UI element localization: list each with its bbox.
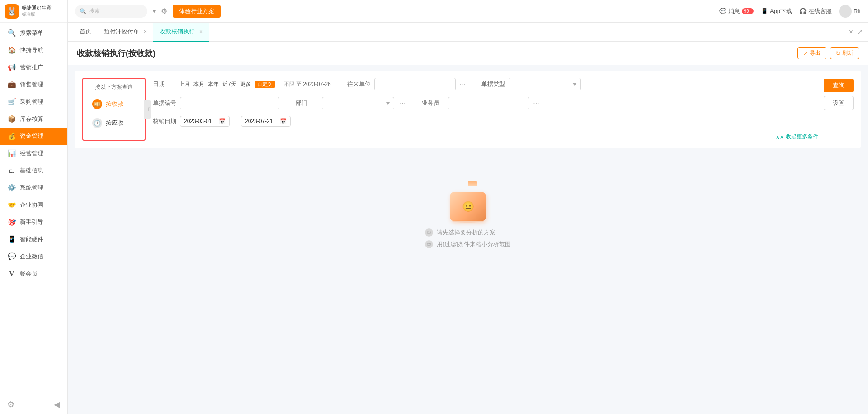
dept-select[interactable] [322, 97, 394, 109]
voucher-no-input[interactable] [180, 97, 279, 109]
voucher-type-field: 单据类型 [481, 78, 581, 90]
sidebar-label-inventory: 库存核算 [20, 115, 43, 123]
sidebar-item-purchase[interactable]: 🛒 采购管理 [0, 93, 67, 110]
app-name: 畅捷通好生意 [22, 5, 52, 11]
sidebar-item-finance[interactable]: 💰 资金管理 [0, 128, 67, 145]
tab-expand-btn[interactable]: ⤢ [857, 28, 863, 36]
more-conditions-row: ∧∧ 收起更多条件 [153, 133, 818, 141]
verify-date-label: 核销日期 [153, 117, 176, 125]
collapse-icon: 《 [145, 106, 150, 113]
user-area[interactable]: Rit [839, 5, 861, 18]
basic-icon: 🗂 [7, 167, 16, 175]
topbar-search-placeholder: 搜索 [89, 7, 100, 15]
date-more[interactable]: 更多 [240, 81, 251, 88]
sidebar-label-wechat: 企业微信 [20, 252, 43, 261]
filter-form-area: 日期 上月 本月 本年 近7天 更多 自定义 不限 [153, 78, 854, 141]
message-icon: 💬 [719, 8, 726, 14]
topbar-search-box[interactable]: 🔍 搜索 [75, 5, 147, 18]
verify-date-end-input[interactable]: 2023-07-21 📅 [241, 116, 291, 127]
empty-hint-1: ① 请先选择要分析的方案 [425, 228, 510, 237]
wechat-icon: 💬 [7, 252, 16, 261]
logo-area: 🐰 畅捷通好生意 标准版 [0, 0, 67, 23]
sidebar-settings-icon[interactable]: ⚙ [7, 400, 14, 409]
app-download-btn[interactable]: 📱 App下载 [761, 7, 792, 15]
sidebar-item-hardware[interactable]: 📱 智能硬件 [0, 231, 67, 248]
topbar-right: 💬 消息 99+ 📱 App下载 🎧 在线客服 Rit [719, 5, 861, 18]
tab-home[interactable]: 首页 [73, 23, 98, 42]
date-this-month[interactable]: 本月 [193, 81, 204, 88]
sidebar-item-system[interactable]: ⚙️ 系统管理 [0, 179, 67, 196]
sidebar-item-guide[interactable]: 🎯 新手引导 [0, 214, 67, 231]
logo-icon: 🐰 [5, 4, 19, 19]
page-content: 收款核销执行(按收款) ↗ 导出 ↻ 刷新 按以下方案查询 💴 按收款 [68, 42, 868, 414]
staff-dots[interactable]: ··· [533, 99, 539, 107]
sidebar-item-marketing[interactable]: 📢 营销推广 [0, 59, 67, 76]
member-icon: V [7, 270, 16, 278]
filter-option-receipt[interactable]: 💴 按收款 [88, 95, 140, 113]
topbar-gear-icon[interactable]: ⚙ [161, 7, 167, 15]
inventory-icon: 📦 [7, 115, 16, 123]
date-last-month[interactable]: 上月 [179, 81, 190, 88]
corp-icon: 🤝 [7, 201, 16, 209]
app-tag: 标准版 [22, 11, 52, 18]
sidebar-item-corp[interactable]: 🤝 企业协同 [0, 196, 67, 214]
filter-collapse-btn[interactable]: 《 [144, 100, 151, 119]
date-field: 日期 上月 本月 本年 近7天 更多 自定义 [153, 80, 275, 88]
sidebar-item-search-menu[interactable]: 🔍 搜索菜单 [0, 24, 67, 42]
tab-prepay-label: 预付冲应付单 [104, 28, 139, 36]
sidebar-label-member: 畅会员 [20, 270, 38, 278]
refresh-btn[interactable]: ↻ 刷新 [830, 47, 859, 59]
filter-row-2: 单据编号 部门 ··· 业务员 [153, 97, 818, 109]
topbar-chevron-icon[interactable]: ▾ [153, 8, 156, 14]
more-conditions-btn[interactable]: ∧∧ 收起更多条件 [776, 133, 818, 141]
sidebar-label-marketing: 营销推广 [20, 63, 43, 71]
partner-dots[interactable]: ··· [459, 80, 465, 88]
tab-collection-label: 收款核销执行 [160, 28, 195, 36]
home-icon: 🏠 [7, 46, 16, 54]
purchase-icon: 🛒 [7, 98, 16, 106]
sidebar-label-hardware: 智能硬件 [20, 235, 43, 243]
filter-option-receivable[interactable]: 🕐 按应收 [88, 114, 140, 132]
sidebar-label-search-menu: 搜索菜单 [20, 29, 43, 37]
sidebar-item-basic[interactable]: 🗂 基础信息 [0, 162, 67, 179]
online-service-btn[interactable]: 🎧 在线客服 [799, 7, 832, 15]
tab-prepay-close[interactable]: × [144, 29, 147, 35]
system-icon: ⚙️ [7, 184, 16, 192]
industry-btn[interactable]: 体验行业方案 [173, 5, 221, 18]
partner-input[interactable] [374, 78, 456, 90]
tab-prepay[interactable]: 预付冲应付单 × [98, 23, 153, 42]
sidebar-collapse-icon[interactable]: ◀ [54, 400, 60, 409]
date-7-days[interactable]: 近7天 [222, 81, 236, 88]
sidebar-item-wechat[interactable]: 💬 企业微信 [0, 248, 67, 265]
date-custom-badge[interactable]: 自定义 [255, 81, 275, 88]
tab-collection-close[interactable]: × [199, 29, 203, 35]
tab-close-all-btn[interactable]: × [849, 28, 853, 36]
staff-input[interactable] [448, 97, 529, 109]
sidebar-item-member[interactable]: V 畅会员 [0, 265, 67, 282]
query-btn[interactable]: 查询 [824, 79, 854, 92]
sidebar-label-sales: 销售管理 [20, 81, 43, 89]
date-this-year[interactable]: 本年 [208, 81, 219, 88]
voucher-type-select[interactable] [509, 78, 581, 90]
export-btn[interactable]: ↗ 导出 [797, 47, 826, 59]
page-header: 收款核销执行(按收款) ↗ 导出 ↻ 刷新 [68, 42, 868, 65]
verify-date-start-input[interactable]: 2023-03-01 📅 [180, 116, 230, 127]
tab-collection[interactable]: 收款核销执行 × [153, 23, 209, 42]
empty-shadow [452, 220, 484, 223]
filter-row-1: 日期 上月 本月 本年 近7天 更多 自定义 不限 [153, 78, 818, 90]
sidebar-item-quick-nav[interactable]: 🏠 快捷导航 [0, 42, 67, 59]
calendar-icon-end: 📅 [280, 118, 287, 124]
sidebar-item-business[interactable]: 📊 经营管理 [0, 145, 67, 162]
filter-right-actions: 查询 设置 [824, 78, 854, 141]
message-btn[interactable]: 💬 消息 99+ [719, 7, 754, 15]
empty-box-shape: 😐 [450, 192, 486, 221]
sidebar-item-sales[interactable]: 💼 销售管理 [0, 76, 67, 93]
sidebar-label-system: 系统管理 [20, 184, 43, 192]
receivable-icon: 🕐 [92, 118, 102, 128]
settings-btn[interactable]: 设置 [824, 96, 854, 110]
sidebar-item-inventory[interactable]: 📦 库存核算 [0, 110, 67, 128]
hint-num-2: ② [425, 240, 433, 248]
sidebar-label-purchase: 采购管理 [20, 98, 43, 106]
filter-form: 日期 上月 本月 本年 近7天 更多 自定义 不限 [153, 78, 818, 141]
dept-dots[interactable]: ··· [400, 99, 406, 107]
